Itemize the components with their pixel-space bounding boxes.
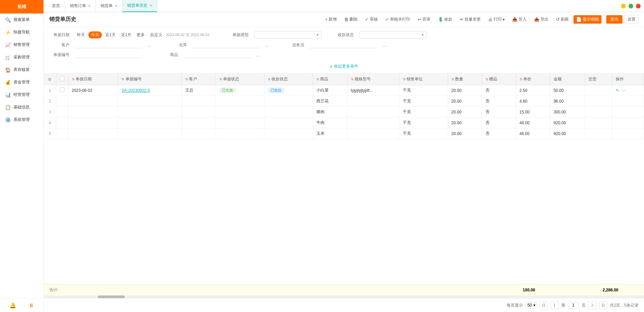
table-row: 4牛肉千克20.00否46.00920.00: [44, 118, 644, 128]
first-page-button[interactable]: ⟨⟨: [540, 301, 548, 309]
cell-checkbox[interactable]: [56, 96, 68, 107]
audit-button[interactable]: ✓ 审核: [362, 15, 381, 24]
export-button[interactable]: 📤 导出: [531, 15, 551, 24]
cell-doc-no[interactable]: [118, 96, 181, 107]
doc-type-chevron-icon: ▾: [316, 32, 318, 37]
page-size-select[interactable]: 50 ▾: [526, 302, 537, 309]
edit-action-icon[interactable]: ✎: [616, 88, 619, 93]
refresh-button[interactable]: ↺ 刷新: [553, 15, 571, 24]
warehouse-input[interactable]: [192, 42, 260, 48]
sidebar-item-basic-info[interactable]: 📋 基础信息: [0, 101, 44, 113]
scrollbar-thumb[interactable]: [98, 295, 125, 298]
sidebar-item-operations[interactable]: 📊 经营管理: [0, 88, 44, 101]
goods-input[interactable]: [184, 52, 251, 58]
next-page-button[interactable]: ⟩: [588, 301, 596, 309]
th-customer[interactable]: ⇅ 客户: [181, 74, 216, 85]
add-button[interactable]: + 新增: [322, 15, 339, 24]
sidebar-item-label: 快捷导航: [13, 29, 30, 35]
cell-checkbox[interactable]: [56, 107, 68, 118]
last-page-button[interactable]: ⟩⟩: [599, 301, 607, 309]
show-details-button[interactable]: 📄 显示明细: [573, 15, 601, 24]
notification-icon[interactable]: 🔔: [9, 302, 16, 309]
th-settings[interactable]: ⚙: [44, 74, 56, 85]
th-goods[interactable]: ⇅ 商品: [313, 74, 347, 85]
th-gift[interactable]: ⇅ 赠品: [482, 74, 516, 85]
sidebar-item-purchase-mgmt[interactable]: 🛒 采购管理: [0, 51, 44, 63]
th-qty[interactable]: ⇅ 数量: [448, 74, 482, 85]
sidebar-item-inventory[interactable]: 🏠 库存核算: [0, 63, 44, 76]
cell-row-num: 2: [44, 96, 56, 107]
tab-sales-order-close[interactable]: ✕: [88, 4, 91, 8]
cell-doc-no[interactable]: [118, 107, 181, 118]
minimize-button[interactable]: [621, 4, 626, 8]
goods-ellipsis[interactable]: ...: [256, 53, 260, 57]
cell-row-num: 3: [44, 107, 56, 118]
th-doc-date[interactable]: ⇅ 单据日期: [68, 74, 118, 85]
tab-sales-order[interactable]: 销售订单 ✕: [65, 0, 96, 12]
cell-checkbox[interactable]: [56, 128, 68, 139]
cell-doc-no[interactable]: SA-20230602-0: [118, 85, 181, 96]
tab-sales-delivery-history-close[interactable]: ✕: [149, 4, 152, 7]
th-checkbox[interactable]: [56, 74, 68, 85]
cell-checkbox[interactable]: [56, 118, 68, 128]
batch-change-button[interactable]: ✏ 批量变更: [457, 15, 483, 24]
date-today-btn[interactable]: 今天: [88, 31, 102, 38]
sidebar-item-search-menu[interactable]: 🔍 搜索菜单: [0, 14, 44, 26]
import-button[interactable]: 📥 导入: [509, 15, 529, 24]
date-last7-btn[interactable]: 近1天: [103, 31, 118, 38]
print-button[interactable]: 🖨 打印 ▾: [485, 15, 507, 24]
date-more-btn[interactable]: 更多: [135, 31, 147, 38]
cell-payment-status: [264, 96, 313, 107]
payment-status-select[interactable]: ▾: [359, 31, 427, 38]
prev-page-button[interactable]: ⟨: [551, 301, 559, 309]
date-last1m-btn[interactable]: 近1月: [119, 31, 134, 38]
th-amount: 金额: [550, 74, 585, 85]
query-button[interactable]: 查询: [606, 15, 622, 24]
warehouse-ellipsis[interactable]: ...: [265, 43, 269, 48]
row-checkbox[interactable]: [60, 87, 64, 92]
th-payment-status[interactable]: ⇅ 收款状态: [264, 74, 313, 85]
date-yesterday-btn[interactable]: 昨天: [75, 31, 87, 38]
cell-doc-no[interactable]: [118, 118, 181, 128]
cell-checkbox[interactable]: [56, 85, 68, 96]
th-doc-status[interactable]: ⇅ 单据状态: [216, 74, 264, 85]
horizontal-scrollbar[interactable]: [44, 295, 644, 298]
page-number-input[interactable]: [568, 302, 579, 309]
date-custom-btn[interactable]: 自定义: [148, 31, 164, 38]
collapse-filter-button[interactable]: ∧ 收起更多条件: [49, 61, 639, 69]
customer-input[interactable]: [75, 42, 142, 48]
cell-doc-no[interactable]: [118, 128, 181, 139]
th-unit[interactable]: ⇅ 销售单位: [399, 74, 448, 85]
table-settings-icon[interactable]: ⚙: [48, 77, 52, 82]
abandon-button[interactable]: ↩ 弃审: [415, 15, 433, 24]
sidebar-item-finance[interactable]: 💰 资金管理: [0, 76, 44, 88]
customer-ellipsis[interactable]: ...: [148, 43, 151, 48]
th-doc-no[interactable]: ⇅ 单据编号: [118, 74, 181, 85]
staff-ellipsis[interactable]: ...: [383, 43, 386, 48]
sidebar-item-sales-mgmt[interactable]: 📈 销售管理: [0, 38, 44, 51]
tab-sales-delivery[interactable]: 销货单 ✕: [96, 0, 122, 12]
delete-button[interactable]: 🗑 删除: [341, 15, 360, 24]
select-all-checkbox[interactable]: [60, 76, 64, 81]
settings-button[interactable]: 设置: [624, 15, 639, 24]
tab-sales-delivery-history[interactable]: 销货单历史 ✕: [122, 0, 157, 12]
more-action-icon[interactable]: ⋯: [622, 88, 626, 93]
pause-icon[interactable]: ⏸: [29, 303, 34, 309]
sys-mgmt-icon: ⚙️: [5, 117, 11, 123]
doc-no-input[interactable]: [75, 52, 142, 58]
close-window-button[interactable]: [636, 4, 641, 8]
th-unit-price[interactable]: ⇅ 单价: [516, 74, 550, 85]
cell-qty: 20.00: [448, 107, 482, 118]
sidebar-item-sys-mgmt[interactable]: ⚙️ 系统管理: [0, 113, 44, 126]
th-spec[interactable]: ⇅ 规格型号: [347, 74, 399, 85]
audit-print-button[interactable]: ✓ 审核并打印: [383, 15, 413, 24]
tab-sales-delivery-close[interactable]: ✕: [115, 4, 117, 8]
collect-button[interactable]: 💲 收款: [435, 15, 455, 24]
staff-input[interactable]: [310, 42, 377, 48]
doc-no-link[interactable]: SA-20230602-0: [121, 88, 150, 93]
tab-home[interactable]: 首页: [47, 0, 65, 12]
doc-type-select[interactable]: ▾: [254, 31, 321, 38]
delete-icon: 🗑: [344, 17, 348, 22]
maximize-button[interactable]: [628, 4, 633, 8]
sidebar-item-quick-nav[interactable]: ⚡ 快捷导航: [0, 26, 44, 38]
